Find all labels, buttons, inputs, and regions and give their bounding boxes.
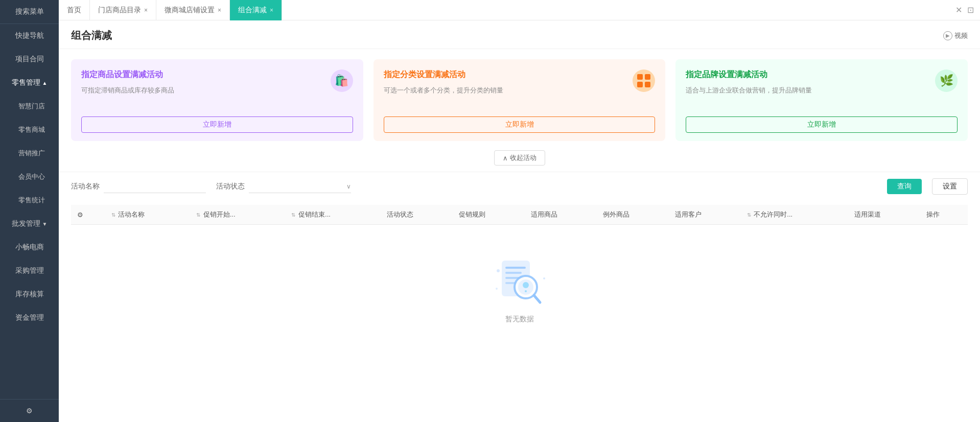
sidebar-item-member-center[interactable]: 会员中心 [0,165,59,189]
col-activity-name[interactable]: ⇅ 活动名称 [105,205,190,225]
video-link[interactable]: ▶ 视频 [943,31,968,40]
svg-rect-1 [645,74,650,80]
tab-store-catalog[interactable]: 门店商品目录 × [90,0,156,20]
tab-close-combo-discount[interactable]: × [270,7,273,14]
sidebar-item-project-contract[interactable]: 项目合同 [0,48,59,71]
add-brand-promo-button[interactable]: 立即新增 [686,116,958,133]
tab-bar: 首页 门店商品目录 × 微商城店铺设置 × 组合满减 × ✕ ⊡ [59,0,980,20]
svg-rect-0 [637,74,643,80]
sort-icon: ⇅ [111,212,115,218]
col-activity-status: 活动状态 [381,205,453,225]
collapse-row: ∧ 收起活动 [59,146,980,172]
sidebar-item-xiaochang[interactable]: 小畅电商 [0,236,59,259]
sidebar-item-retail-mgmt[interactable]: 零售管理 ▲ [0,71,59,95]
sidebar-item-purchase-mgmt[interactable]: 采购管理 [0,259,59,283]
sidebar: 搜索菜单 快捷导航 项目合同 零售管理 ▲ 智慧门店 零售商城 营销推广 会员中… [0,0,59,422]
brand-icon: 🌿 [935,69,958,92]
col-applicable-goods: 适用商品 [525,205,597,225]
chevron-up-icon: ∧ [503,154,508,162]
card-desc-goods: 可指定滞销商品或库存较多商品 [81,85,353,96]
col-exception-goods: 例外商品 [597,205,669,225]
col-applicable-channel: 适用渠道 [848,205,920,225]
sort-icon: ⇅ [747,212,751,218]
page-title: 组合满减 [71,29,112,42]
page-content: 组合满减 ▶ 视频 🛍️ 指定商品设置满减活动 可指定滞销商品或库存较多商品 立… [59,20,980,422]
chevron-down-icon: ▼ [42,221,48,227]
sidebar-item-retail-mall[interactable]: 零售商城 [0,118,59,142]
tab-close-store-catalog[interactable]: × [144,7,148,14]
activity-name-input[interactable] [104,180,206,193]
sidebar-item-smart-store[interactable]: 智慧门店 [0,95,59,118]
table-head: ⚙ ⇅ 活动名称 ⇅ 促销开始... ⇅ 促销结束... [71,205,968,225]
filter-activity-name: 活动名称 [71,180,206,193]
gear-icon: ⚙ [77,211,83,219]
sort-icon: ⇅ [291,212,295,218]
card-specify-goods: 🛍️ 指定商品设置满减活动 可指定滞销商品或库存较多商品 立即新增 [71,59,363,141]
sidebar-item-inventory[interactable]: 库存核算 [0,283,59,306]
empty-text: 暂无数据 [505,315,534,324]
col-promo-start[interactable]: ⇅ 促销开始... [190,205,285,225]
tab-combo-discount[interactable]: 组合满减 × [230,0,282,20]
svg-point-16 [496,288,498,290]
svg-rect-3 [645,82,650,87]
card-desc-category: 可选一个或者多个分类，提升分类的销量 [384,85,656,96]
sidebar-item-marketing[interactable]: 营销推广 [0,142,59,165]
card-title-goods: 指定商品设置满减活动 [81,69,353,80]
chevron-up-icon: ▲ [42,80,48,86]
query-button[interactable]: 查询 [887,179,922,194]
main-area: 首页 门店商品目录 × 微商城店铺设置 × 组合满减 × ✕ ⊡ 组合满减 ▶ … [59,0,980,422]
sidebar-settings[interactable]: ⚙ [0,399,59,422]
svg-rect-6 [505,272,522,274]
col-no-overlap[interactable]: ⇅ 不允许同时... [741,205,848,225]
col-applicable-customer: 适用客户 [669,205,741,225]
sidebar-search[interactable]: 搜索菜单 [0,0,59,24]
svg-point-14 [497,269,500,272]
sidebar-item-quick-nav[interactable]: 快捷导航 [0,24,59,48]
col-promo-rule: 促销规则 [453,205,525,225]
window-controls: ✕ ⊡ [949,5,980,15]
empty-icon [489,255,550,307]
card-title-brand: 指定品牌设置满减活动 [686,69,958,80]
activity-status-select-wrapper: ∨ [249,180,351,193]
sidebar-item-finance-mgmt[interactable]: 资金管理 [0,306,59,330]
empty-state: 暂无数据 [71,225,968,344]
settings-button[interactable]: 设置 [932,178,968,195]
svg-point-12 [523,282,529,288]
promo-cards: 🛍️ 指定商品设置满减活动 可指定滞销商品或库存较多商品 立即新增 指定分类设置… [59,49,980,146]
tab-wechat-store[interactable]: 微商城店铺设置 × [156,0,230,20]
activities-table: ⚙ ⇅ 活动名称 ⇅ 促销开始... ⇅ 促销结束... [71,205,968,225]
filter-activity-status: 活动状态 ∨ [216,180,351,193]
col-promo-end[interactable]: ⇅ 促销结束... [285,205,380,225]
sidebar-item-retail-stats[interactable]: 零售统计 [0,189,59,212]
tab-home[interactable]: 首页 [59,0,90,20]
svg-point-13 [525,290,527,292]
activity-status-label: 活动状态 [216,182,245,191]
col-operation: 操作 [920,205,968,225]
activity-name-label: 活动名称 [71,182,100,191]
svg-rect-5 [505,267,526,269]
goods-icon: 🛍️ [331,69,353,92]
sort-icon: ⇅ [196,212,200,218]
table-header-row: ⚙ ⇅ 活动名称 ⇅ 促销开始... ⇅ 促销结束... [71,205,968,225]
svg-line-11 [534,295,540,302]
window-maximize-icon[interactable]: ⊡ [967,5,974,15]
filter-row: 活动名称 活动状态 ∨ 查询 设置 [59,172,980,201]
gear-icon: ⚙ [26,407,33,415]
collapse-activities-button[interactable]: ∧ 收起活动 [494,150,545,166]
card-title-category: 指定分类设置满减活动 [384,69,656,80]
svg-point-15 [543,277,545,279]
add-goods-promo-button[interactable]: 立即新增 [81,116,353,133]
activity-status-input[interactable] [249,180,351,193]
card-desc-brand: 适合与上游企业联合做营销，提升品牌销量 [686,85,958,96]
play-icon: ▶ [943,31,952,40]
card-specify-category: 指定分类设置满减活动 可选一个或者多个分类，提升分类的销量 立即新增 [374,59,666,141]
sidebar-item-wholesale-mgmt[interactable]: 批发管理 ▼ [0,212,59,236]
window-close-icon[interactable]: ✕ [955,5,962,15]
table-wrapper: ⚙ ⇅ 活动名称 ⇅ 促销开始... ⇅ 促销结束... [59,205,980,344]
tab-close-wechat-store[interactable]: × [218,7,221,14]
page-header: 组合满减 ▶ 视频 [59,20,980,49]
add-category-promo-button[interactable]: 立即新增 [384,116,656,133]
card-specify-brand: 🌿 指定品牌设置满减活动 适合与上游企业联合做营销，提升品牌销量 立即新增 [675,59,968,141]
col-settings[interactable]: ⚙ [71,205,105,225]
svg-rect-2 [637,82,643,87]
